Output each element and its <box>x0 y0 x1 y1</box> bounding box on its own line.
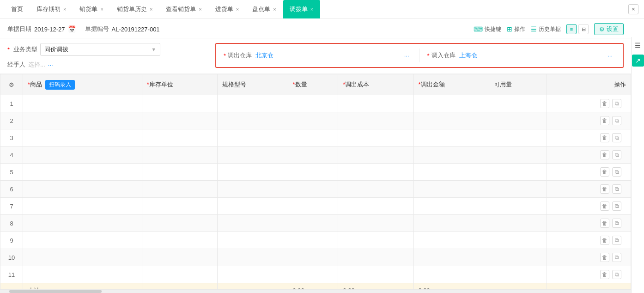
target-warehouse-value[interactable]: 上海仓 <box>459 51 477 60</box>
product-cell[interactable] <box>23 129 142 146</box>
horizontal-scrollbar[interactable] <box>0 289 631 293</box>
amount-cell[interactable] <box>413 249 489 266</box>
spec-cell[interactable] <box>217 164 288 181</box>
shortcuts-button[interactable]: ⌨ 快捷键 <box>474 25 501 33</box>
available-cell[interactable] <box>489 266 547 283</box>
cost-cell[interactable] <box>338 95 413 112</box>
sidebar-list-icon[interactable]: ☰ <box>632 40 644 51</box>
unit-cell[interactable] <box>142 198 217 215</box>
product-cell[interactable] <box>23 249 142 266</box>
product-cell[interactable] <box>23 215 142 232</box>
tab-view-sales[interactable]: 查看销货单 × <box>159 0 208 18</box>
amount-cell[interactable] <box>413 95 489 112</box>
cost-cell[interactable] <box>338 232 413 249</box>
amount-cell[interactable] <box>413 164 489 181</box>
delete-icon[interactable]: 🗑 <box>600 133 609 142</box>
source-warehouse-more[interactable]: ··· <box>401 52 412 59</box>
available-cell[interactable] <box>489 232 547 249</box>
available-cell[interactable] <box>489 112 547 129</box>
spec-cell[interactable] <box>217 181 288 198</box>
amount-cell[interactable] <box>413 266 489 283</box>
spec-cell[interactable] <box>217 112 288 129</box>
copy-icon[interactable]: ⧉ <box>612 99 621 108</box>
available-cell[interactable] <box>489 181 547 198</box>
amount-cell[interactable] <box>413 232 489 249</box>
product-cell[interactable] <box>23 198 142 215</box>
delete-icon[interactable]: 🗑 <box>600 184 609 194</box>
unit-cell[interactable] <box>142 232 217 249</box>
product-cell[interactable] <box>23 95 142 112</box>
spec-cell[interactable] <box>217 215 288 232</box>
spec-cell[interactable] <box>217 129 288 146</box>
scrollbar-thumb[interactable] <box>9 290 102 293</box>
qty-cell[interactable] <box>288 112 338 129</box>
qty-cell[interactable] <box>288 249 338 266</box>
tab-close-purchase-order[interactable]: × <box>236 6 239 12</box>
qty-cell[interactable] <box>288 146 338 164</box>
unit-cell[interactable] <box>142 95 217 112</box>
sidebar-export-icon[interactable]: ↗ <box>632 55 644 67</box>
cost-cell[interactable] <box>338 129 413 146</box>
source-warehouse-value[interactable]: 北京仓 <box>255 51 273 60</box>
target-warehouse-more[interactable]: ··· <box>605 52 615 59</box>
table-gear-icon[interactable]: ⚙ <box>5 78 18 91</box>
qty-cell[interactable] <box>288 198 338 215</box>
history-button[interactable]: ☰ 历史单据 <box>531 25 561 33</box>
tab-close-stock-take[interactable]: × <box>273 6 276 12</box>
amount-cell[interactable] <box>413 215 489 232</box>
copy-icon[interactable]: ⧉ <box>612 133 621 142</box>
tab-close-transfer[interactable]: × <box>310 6 313 12</box>
cost-cell[interactable] <box>338 266 413 283</box>
tab-close-sales-history[interactable]: × <box>150 6 152 12</box>
business-type-select[interactable]: 同价调拨 ▼ <box>40 43 160 56</box>
cost-cell[interactable] <box>338 198 413 215</box>
product-cell[interactable] <box>23 232 142 249</box>
delete-icon[interactable]: 🗑 <box>600 167 609 177</box>
qty-cell[interactable] <box>288 232 338 249</box>
layout-grid-icon[interactable]: ⊟ <box>578 24 589 34</box>
delete-icon[interactable]: 🗑 <box>600 201 609 211</box>
copy-icon[interactable]: ⧉ <box>612 253 621 262</box>
unit-cell[interactable] <box>142 215 217 232</box>
copy-icon[interactable]: ⧉ <box>612 150 621 159</box>
scan-button[interactable]: 扫码录入 <box>45 80 75 90</box>
qty-cell[interactable] <box>288 215 338 232</box>
copy-icon[interactable]: ⧉ <box>612 270 621 279</box>
delete-icon[interactable]: 🗑 <box>600 236 609 245</box>
tab-sales-order[interactable]: 销货单 × <box>73 0 110 18</box>
product-cell[interactable] <box>23 181 142 198</box>
qty-cell[interactable] <box>288 266 338 283</box>
copy-icon[interactable]: ⧉ <box>612 236 621 245</box>
cost-cell[interactable] <box>338 215 413 232</box>
cost-cell[interactable] <box>338 181 413 198</box>
cost-cell[interactable] <box>338 249 413 266</box>
spec-cell[interactable] <box>217 249 288 266</box>
amount-cell[interactable] <box>413 129 489 146</box>
copy-icon[interactable]: ⧉ <box>612 167 621 177</box>
qty-cell[interactable] <box>288 129 338 146</box>
delete-icon[interactable]: 🗑 <box>600 253 609 262</box>
unit-cell[interactable] <box>142 112 217 129</box>
qty-cell[interactable] <box>288 164 338 181</box>
unit-cell[interactable] <box>142 266 217 283</box>
operations-button[interactable]: ⊞ 操作 <box>507 25 525 33</box>
available-cell[interactable] <box>489 215 547 232</box>
unit-cell[interactable] <box>142 181 217 198</box>
delete-icon[interactable]: 🗑 <box>600 150 609 159</box>
unit-cell[interactable] <box>142 146 217 164</box>
tab-transfer[interactable]: 调拨单 × <box>283 0 320 18</box>
copy-icon[interactable]: ⧉ <box>612 201 621 211</box>
qty-cell[interactable] <box>288 95 338 112</box>
tab-inventory-init[interactable]: 库存期初 × <box>30 0 73 18</box>
amount-cell[interactable] <box>413 181 489 198</box>
spec-cell[interactable] <box>217 198 288 215</box>
spec-cell[interactable] <box>217 232 288 249</box>
unit-cell[interactable] <box>142 129 217 146</box>
copy-icon[interactable]: ⧉ <box>612 219 621 228</box>
cost-cell[interactable] <box>338 112 413 129</box>
available-cell[interactable] <box>489 146 547 164</box>
available-cell[interactable] <box>489 198 547 215</box>
spec-cell[interactable] <box>217 266 288 283</box>
person-input[interactable]: 选择... <box>28 61 45 69</box>
tab-close-view-sales[interactable]: × <box>199 6 201 12</box>
